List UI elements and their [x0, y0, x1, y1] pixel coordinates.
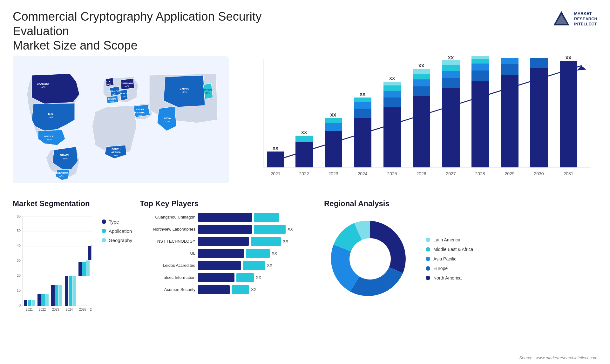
- top-content: CANADA xx% U.S. xx% MEXICO xx% BRAZIL xx…: [0, 56, 610, 193]
- svg-text:2026: 2026: [416, 171, 426, 176]
- apac-dot: [426, 257, 430, 261]
- player-label: XX: [288, 227, 293, 232]
- player-name: Northview Laboratories: [140, 227, 195, 232]
- svg-text:2025: 2025: [79, 308, 86, 311]
- bar-light: [251, 237, 281, 246]
- svg-rect-54: [383, 85, 401, 91]
- svg-rect-109: [31, 300, 35, 306]
- svg-text:2023: 2023: [328, 171, 338, 176]
- player-name: Guangzhou Chinagdn: [140, 215, 195, 219]
- svg-rect-59: [413, 86, 430, 96]
- header: Commercial Cryptography Application Secu…: [0, 0, 610, 56]
- svg-rect-68: [442, 65, 460, 71]
- player-bars: XX: [198, 249, 318, 258]
- world-map-svg: CANADA xx% U.S. xx% MEXICO xx% BRAZIL xx…: [13, 56, 229, 183]
- svg-rect-128: [92, 245, 92, 260]
- svg-rect-61: [413, 74, 430, 79]
- player-row-ul: UL XX: [140, 249, 318, 258]
- svg-text:xx%: xx%: [63, 157, 67, 160]
- svg-text:XX: XX: [273, 146, 279, 151]
- svg-text:SOUTH: SOUTH: [112, 148, 120, 151]
- svg-text:MEXICO: MEXICO: [44, 135, 54, 138]
- europe-dot: [426, 266, 430, 271]
- player-row-guangzhou: Guangzhou Chinagdn: [140, 213, 318, 222]
- svg-rect-116: [55, 285, 58, 306]
- svg-text:2021: 2021: [270, 171, 280, 176]
- svg-rect-45: [354, 118, 371, 167]
- svg-rect-47: [354, 102, 371, 109]
- logo-icon: [552, 10, 571, 29]
- svg-text:BRAZIL: BRAZIL: [60, 154, 71, 157]
- svg-rect-81: [501, 58, 518, 64]
- svg-text:2027: 2027: [446, 171, 456, 176]
- player-row-leidos: Leidos Accredited XX: [140, 261, 318, 270]
- player-row-acumen: Acumen Security XX: [140, 285, 318, 294]
- svg-text:2022: 2022: [299, 171, 309, 176]
- svg-rect-55: [383, 82, 401, 85]
- svg-text:10: 10: [17, 288, 21, 292]
- player-bars: XX: [198, 273, 318, 282]
- svg-rect-125: [86, 260, 90, 276]
- svg-rect-113: [45, 294, 49, 306]
- svg-text:0: 0: [19, 303, 21, 307]
- logo: MARKET RESEARCH INTELLECT: [552, 10, 597, 29]
- regional-title: Regional Analysis: [324, 199, 597, 208]
- bar-light: [232, 285, 249, 294]
- svg-rect-66: [442, 78, 460, 88]
- map-section: CANADA xx% U.S. xx% MEXICO xx% BRAZIL xx…: [13, 56, 229, 193]
- svg-text:20: 20: [17, 273, 21, 277]
- svg-text:50: 50: [17, 229, 21, 233]
- bar-light: [236, 273, 254, 282]
- svg-text:AFRICA: AFRICA: [111, 151, 121, 154]
- svg-text:XX: XX: [418, 63, 424, 68]
- legend-europe: Europe: [426, 266, 473, 271]
- svg-text:xx%: xx%: [125, 85, 129, 87]
- bar-light: [254, 225, 286, 234]
- svg-text:SPAIN: SPAIN: [108, 98, 116, 100]
- legend-apac: Asia Pacific: [426, 256, 473, 261]
- svg-text:XX: XX: [507, 56, 513, 57]
- application-dot: [102, 229, 106, 233]
- bar-dark: [198, 273, 234, 282]
- player-bars: [198, 213, 318, 222]
- svg-text:CANADA: CANADA: [37, 82, 49, 85]
- svg-text:CHINA: CHINA: [180, 87, 189, 90]
- svg-text:XX: XX: [301, 130, 307, 135]
- svg-rect-124: [82, 262, 86, 276]
- svg-text:xx%: xx%: [182, 91, 186, 93]
- source-text: Source : www.marketresearchintellect.com: [519, 355, 597, 360]
- player-label: XX: [272, 251, 277, 256]
- svg-text:U.S.: U.S.: [48, 112, 54, 116]
- page-title: Commercial Cryptography Application Secu…: [13, 10, 267, 53]
- title-line1: Commercial Cryptography Application Secu…: [13, 10, 262, 38]
- players-section: Top Key Players Guangzhou Chinagdn North…: [140, 199, 318, 364]
- bar-light: [254, 213, 279, 222]
- players-chart: Guangzhou Chinagdn Northview Laboratorie…: [140, 213, 318, 294]
- svg-text:xx%: xx%: [112, 93, 116, 95]
- svg-text:xx%: xx%: [48, 116, 53, 119]
- svg-text:FRANCE: FRANCE: [108, 90, 119, 93]
- svg-rect-60: [413, 79, 430, 86]
- legend-geography: Geography: [102, 238, 132, 243]
- player-row-northview: Northview Laboratories XX: [140, 225, 318, 234]
- svg-rect-80: [501, 64, 518, 75]
- players-title: Top Key Players: [140, 199, 318, 208]
- svg-text:2026: 2026: [90, 308, 92, 311]
- svg-text:30: 30: [17, 259, 21, 262]
- svg-text:XX: XX: [536, 56, 542, 57]
- svg-text:2024: 2024: [357, 171, 367, 176]
- bar-dark: [198, 237, 249, 246]
- player-name: Acumen Security: [140, 287, 195, 292]
- bar-dark: [198, 225, 252, 234]
- bar-chart-section: XX 2021 XX 2022 XX 2023 XX 2024: [229, 56, 597, 193]
- segmentation-title: Market Segmentation: [13, 199, 133, 208]
- svg-rect-127: [88, 246, 91, 260]
- svg-text:xx%: xx%: [121, 95, 125, 98]
- svg-text:2023: 2023: [52, 308, 59, 311]
- player-label: XX: [283, 239, 288, 244]
- svg-rect-75: [471, 59, 489, 64]
- svg-rect-46: [354, 109, 371, 118]
- svg-text:XX: XX: [566, 56, 572, 60]
- svg-rect-115: [51, 285, 55, 306]
- legend-application: Application: [102, 228, 132, 234]
